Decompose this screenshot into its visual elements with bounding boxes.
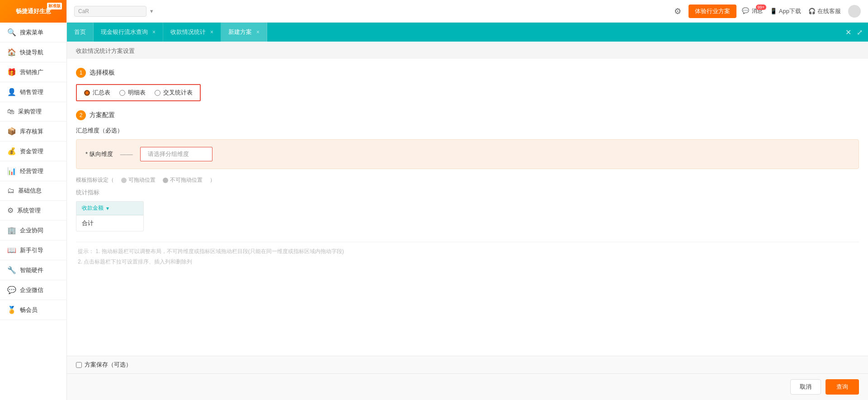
dimension-area: * 纵向维度 —— 请选择分组维度 (76, 139, 859, 169)
draggable-label: 可拖动位置 (128, 176, 156, 184)
tip-1-text: 1. 拖动标题栏可以调整布局，不可跨维度或指标区域拖动栏目段(只能在同一维度或指… (95, 248, 344, 254)
close-paren: ） (210, 176, 215, 184)
radio-cross[interactable]: 交叉统计表 (155, 89, 193, 97)
tip-2-text: 2. 点击标题栏下拉可设置排序、插入列和删除列 (78, 259, 192, 265)
dimension-selector[interactable]: 请选择分组维度 (140, 147, 212, 161)
metrics-header-text: 收款金额 (82, 204, 104, 212)
maximize-icon[interactable]: ⤢ (857, 28, 863, 37)
app-icon: 📱 (770, 8, 777, 14)
medal-icon: 🏅 (7, 306, 16, 314)
gear-icon: ⚙ (7, 206, 14, 215)
notification-icon[interactable]: 💬 99+ 消息 (742, 7, 763, 15)
message-icon: 💬 (742, 7, 749, 14)
sidebar-item-purchase[interactable]: 🛍 采购管理 (0, 102, 66, 122)
breadcrumb-input[interactable] (74, 6, 146, 17)
sidebar-item-inventory[interactable]: 📦 库存核算 (0, 122, 66, 141)
chevron-down-icon[interactable]: ▾ (150, 8, 153, 14)
tab-collection-close[interactable]: × (210, 29, 213, 35)
avatar[interactable] (848, 5, 861, 18)
cancel-button[interactable]: 取消 (790, 379, 821, 395)
step1-section: 1 选择模板 汇总表 明细表 交叉统计表 (76, 68, 859, 101)
industry-btn[interactable]: 体验行业方案 (689, 5, 736, 18)
sidebar-label-system: 系统管理 (17, 207, 41, 215)
breadcrumb-area: ▾ (74, 6, 669, 17)
dimension-section-title: 汇总维度（必选） (76, 127, 859, 135)
tab-home-label: 首页 (74, 28, 86, 36)
minimize-icon[interactable]: ✕ (845, 28, 851, 37)
tab-home[interactable]: 首页 (67, 23, 94, 42)
user-icon: 👤 (7, 88, 16, 96)
sidebar-item-basic[interactable]: 🗂 基础信息 (0, 181, 66, 201)
sidebar-item-operation[interactable]: 📊 经营管理 (0, 161, 66, 181)
radio-cross-label: 交叉统计表 (163, 89, 193, 97)
save-checkbox[interactable] (76, 362, 82, 368)
page-header: 收款情况统计方案设置 (67, 42, 868, 59)
bag-icon: 🛍 (7, 108, 14, 116)
save-label: 方案保存（可选） (85, 361, 132, 369)
draggable-indicator (121, 178, 127, 183)
fixed-indicator (163, 178, 168, 183)
tab-new-plan-label: 新建方案 (228, 28, 252, 36)
arrow-icon: —— (120, 151, 133, 158)
sidebar-label-quicknav: 快捷导航 (20, 48, 43, 56)
sidebar-label-guide: 新手引导 (20, 246, 43, 254)
tab-cash-flow-close[interactable]: × (152, 29, 156, 35)
sidebar-item-corp[interactable]: 🏢 企业协同 (0, 221, 66, 240)
radio-detail-input[interactable] (119, 90, 125, 96)
building-icon: 🏢 (7, 226, 16, 235)
content-area: 收款情况统计方案设置 1 选择模板 汇总表 明细表 (67, 42, 868, 400)
tab-collection-stats[interactable]: 收款情况统计 × (163, 23, 221, 42)
sidebar-item-hardware[interactable]: 🔧 智能硬件 (0, 260, 66, 280)
radio-cross-input[interactable] (155, 90, 160, 96)
chat-icon: 💬 (7, 286, 16, 294)
sidebar-item-marketing[interactable]: 🎁 营销推广 (0, 62, 66, 82)
query-button[interactable]: 查询 (826, 379, 859, 395)
template-selector: 汇总表 明细表 交叉统计表 (76, 84, 201, 101)
sidebar-label-hardware: 智能硬件 (20, 266, 43, 274)
save-option[interactable]: 方案保存（可选） (76, 361, 132, 369)
bottom-bar: 方案保存（可选） (67, 356, 868, 373)
sidebar-label-finance: 资金管理 (20, 147, 43, 155)
tab-cash-flow-label: 现金银行流水查询 (101, 28, 148, 36)
step1-title: 选择模板 (90, 69, 115, 77)
page-body: 1 选择模板 汇总表 明细表 交叉统计表 (67, 59, 868, 356)
radio-summary[interactable]: 汇总表 (84, 89, 110, 97)
tab-cash-flow[interactable]: 现金银行流水查询 × (94, 23, 163, 42)
sidebar-logo: 畅捷通好生意 标准版 (0, 0, 66, 23)
tab-new-plan-close[interactable]: × (256, 29, 259, 35)
radio-detail[interactable]: 明细表 (119, 89, 146, 97)
tip-2: 2. 点击标题栏下拉可设置排序、插入列和删除列 (76, 258, 859, 266)
settings-icon[interactable]: ⚙ (674, 6, 681, 16)
tab-bar: 首页 现金银行流水查询 × 收款情况统计 × 新建方案 × ✕ ⤢ (67, 23, 868, 42)
wrench-icon: 🔧 (7, 266, 16, 274)
online-service[interactable]: 🎧 在线客服 (808, 7, 841, 15)
sidebar-item-member[interactable]: 🏅 畅会员 (0, 300, 66, 320)
sidebar-label-inventory: 库存核算 (20, 127, 43, 136)
sidebar-label-marketing: 营销推广 (20, 68, 43, 76)
metrics-dropdown-icon[interactable]: ▾ (106, 205, 109, 212)
sidebar-item-wechat[interactable]: 💬 企业微信 (0, 280, 66, 300)
logo-badge: 标准版 (47, 3, 62, 9)
folder-icon: 🗂 (7, 187, 14, 195)
sidebar-label-basic: 基础信息 (18, 187, 42, 195)
sidebar-item-sales[interactable]: 👤 销售管理 (0, 82, 66, 102)
sidebar-item-system[interactable]: ⚙ 系统管理 (0, 201, 66, 221)
metrics-table: 收款金额 ▾ 合计 (76, 201, 144, 231)
metrics-area: 统计指标 收款金额 ▾ 合计 (76, 188, 859, 233)
page-title: 收款情况统计方案设置 (76, 47, 135, 54)
sidebar-item-guide[interactable]: 📖 新手引导 (0, 240, 66, 260)
header-right: 💬 99+ 消息 📱 App下载 🎧 在线客服 (742, 5, 861, 18)
logo-text: 畅捷通好生意 (16, 7, 51, 15)
radio-summary-input[interactable] (84, 90, 90, 96)
tab-new-plan[interactable]: 新建方案 × (221, 23, 267, 42)
tips-prefix: 提示： (78, 248, 94, 254)
sidebar-item-search[interactable]: 🔍 搜索菜单 (0, 23, 66, 42)
hint-draggable: 可拖动位置 (121, 176, 156, 184)
sidebar-item-quicknav[interactable]: 🏠 快捷导航 (0, 42, 66, 62)
gift-icon: 🎁 (7, 68, 16, 76)
app-download[interactable]: 📱 App下载 (770, 7, 801, 15)
fixed-label: 不可拖动位置 (170, 176, 203, 184)
sidebar-item-finance[interactable]: 💰 资金管理 (0, 141, 66, 161)
money-icon: 💰 (7, 147, 16, 155)
sidebar-label-corp: 企业协同 (20, 226, 43, 235)
